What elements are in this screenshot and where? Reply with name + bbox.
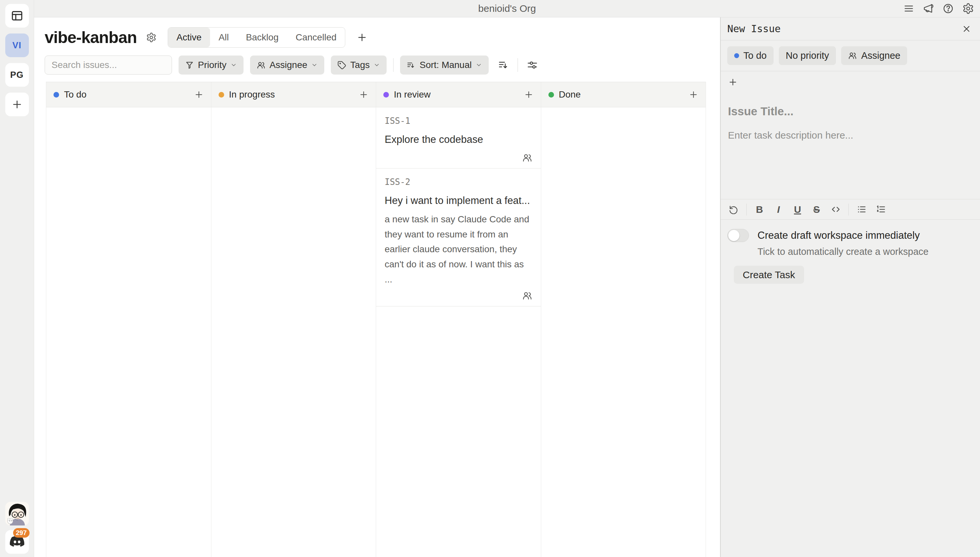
chevron-down-icon (230, 62, 237, 68)
chevron-down-icon (311, 62, 318, 68)
tags-filter-button[interactable]: Tags (331, 55, 387, 75)
issue-description-input[interactable]: Enter task description here... (728, 130, 973, 141)
column-in-progress-header: In progress (211, 82, 376, 107)
sort-button[interactable]: Sort: Manual (400, 55, 489, 75)
numbered-list-button[interactable] (871, 201, 890, 218)
tab-cancelled[interactable]: Cancelled (287, 28, 345, 47)
gear-icon (146, 32, 157, 43)
filter-divider (393, 58, 394, 72)
underline-button[interactable]: U (788, 201, 807, 218)
draft-workspace-toggle[interactable] (727, 229, 749, 242)
assignee-filter-button[interactable]: Assignee (250, 55, 324, 75)
assignee-chip-label: Assignee (861, 50, 900, 61)
issue-title: Hey i want to implement a feat... (385, 195, 532, 207)
priority-chip-label: No priority (786, 50, 829, 61)
priority-filter-button[interactable]: Priority (178, 55, 243, 75)
megaphone-icon (923, 3, 934, 14)
issue-card[interactable]: ISS-2 Hey i want to implement a feat... … (376, 168, 541, 306)
column-done-header: Done (541, 82, 706, 107)
add-property-button[interactable] (728, 77, 738, 87)
card-footer (385, 291, 532, 301)
filter-bar: Priority Assignee Tags (34, 47, 720, 75)
add-property-row (721, 71, 980, 92)
app-sidebar: VI PG (0, 0, 34, 557)
discord-button[interactable]: 297 (5, 530, 29, 554)
add-issue-button[interactable] (688, 90, 698, 99)
add-issue-button[interactable] (194, 90, 204, 99)
code-button[interactable] (826, 201, 845, 218)
sort-direction-button[interactable] (495, 57, 511, 73)
add-workspace-button[interactable] (5, 93, 29, 116)
issue-id: ISS-2 (385, 177, 532, 187)
add-issue-button[interactable] (524, 90, 534, 99)
view-tabs: Active All Backlog Cancelled (168, 27, 346, 47)
sidebar-bottom: 297 (0, 502, 34, 554)
gear-icon (962, 3, 974, 15)
column-todo-header: To do (46, 82, 211, 107)
strikethrough-button[interactable]: S (807, 201, 826, 218)
plus-icon (194, 90, 204, 99)
toggle-row: Create draft workspace immediately (727, 229, 972, 242)
tab-all[interactable]: All (210, 28, 237, 47)
help-circle-icon (943, 3, 954, 14)
panel-layout-icon (11, 10, 23, 22)
board-main: vibe-kanban Active All Backlog Cancelled… (34, 18, 720, 557)
column-in-review: In review ISS-1 Explore the codebase (376, 82, 541, 557)
tags-filter-label: Tags (350, 60, 370, 70)
org-title: benioid's Org (478, 3, 536, 14)
column-in-progress-body (211, 107, 376, 557)
announcements-button[interactable] (923, 3, 934, 14)
card-assignees-icon[interactable] (522, 153, 532, 163)
discord-notification-badge: 297 (13, 528, 29, 537)
panel-layout-button[interactable] (5, 4, 29, 28)
issue-title: Explore the codebase (385, 134, 532, 145)
project-settings-button[interactable] (146, 32, 157, 43)
tab-active[interactable]: Active (168, 28, 210, 47)
workspace-toggle-section: Create draft workspace immediately Tick … (721, 220, 980, 284)
column-todo-body (46, 107, 211, 557)
menu-button[interactable] (903, 3, 914, 14)
user-avatar[interactable] (5, 502, 29, 526)
assignee-chip[interactable]: Assignee (841, 46, 907, 65)
priority-chip[interactable]: No priority (779, 46, 836, 65)
users-icon (848, 51, 857, 60)
add-view-button[interactable] (357, 32, 368, 43)
tab-backlog[interactable]: Backlog (237, 28, 287, 47)
toggle-knob (728, 230, 740, 241)
display-options-button[interactable] (524, 57, 540, 73)
editor-toolbar: B I U S (721, 199, 980, 220)
numbered-list-icon (876, 204, 886, 215)
sliders-icon (527, 59, 538, 71)
toggle-label: Create draft workspace immediately (758, 230, 920, 241)
add-issue-button[interactable] (359, 90, 368, 99)
hamburger-menu-icon (903, 3, 914, 14)
bullet-list-button[interactable] (852, 201, 871, 218)
column-name: To do (64, 90, 87, 100)
undo-button[interactable] (724, 201, 743, 218)
issue-title-input[interactable]: Issue Title... (728, 105, 973, 118)
new-issue-panel: New Issue To do No priority Assignee (720, 18, 980, 557)
settings-button[interactable] (962, 3, 974, 15)
card-assignees-icon[interactable] (522, 291, 532, 301)
users-icon (256, 61, 266, 70)
workspace-vi-label: VI (13, 41, 22, 50)
plus-icon (728, 77, 738, 87)
create-task-button[interactable]: Create Task (734, 266, 804, 284)
workspace-vi-button[interactable]: VI (5, 34, 29, 57)
undo-icon (729, 205, 738, 214)
close-panel-button[interactable] (962, 24, 972, 34)
help-button[interactable] (943, 3, 954, 14)
column-todo: To do (46, 82, 211, 557)
status-chip[interactable]: To do (727, 46, 774, 65)
avatar-illustration-icon (5, 502, 29, 526)
toolbar-divider (849, 204, 849, 215)
status-dot (734, 53, 739, 58)
italic-button[interactable]: I (769, 201, 788, 218)
search-input[interactable] (45, 55, 172, 75)
issue-card[interactable]: ISS-1 Explore the codebase (376, 107, 541, 168)
workspace-pg-button[interactable]: PG (5, 63, 29, 87)
close-icon (962, 24, 972, 34)
issue-id: ISS-1 (385, 116, 532, 126)
bold-button[interactable]: B (750, 201, 769, 218)
sort-lines-icon (407, 61, 415, 70)
